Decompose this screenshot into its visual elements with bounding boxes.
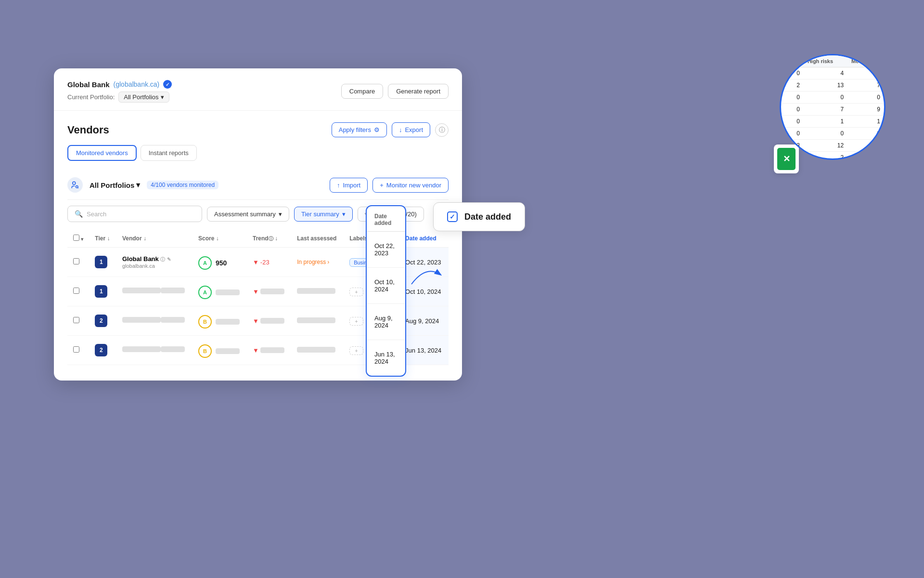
circle-table-cell: 7 [847,79,884,92]
row-tier: 1 [89,248,116,277]
generate-report-button[interactable]: Generate report [388,84,449,99]
circle-table-row: 2137 [781,79,884,92]
monitor-new-vendor-button[interactable]: + Monitor new vendor [372,178,449,193]
vendor-domain: globalbank.ca [122,263,187,269]
search-input[interactable] [87,210,195,218]
row-score: B [192,306,247,335]
row-date-added: Oct 10, 2024 [399,277,449,306]
circle-table-cell: 0 [781,116,804,128]
excel-file-icon: ✕ [774,144,799,173]
compare-button[interactable]: Compare [341,84,383,99]
row-checkbox-cell [67,277,89,306]
vendors-header: Vendors Apply filters ⚙ ↓ Export ⓘ [67,122,449,137]
callout-checkbox[interactable]: ✓ [447,211,458,222]
row-checkbox[interactable] [73,346,79,353]
select-all-checkbox[interactable] [73,235,79,241]
row-date-added: Jun 13, 2024 [399,336,449,365]
callout-text: Date added [464,212,511,222]
score-blurred [216,289,240,295]
row-checkbox-cell [67,306,89,336]
sort-trend-icon[interactable]: ↓ [275,235,278,242]
tier-summary-label: Tier summary [301,210,339,218]
info-trend-icon: ⓘ [269,236,273,241]
card-header: Global Bank (globalbank.ca) ✓ Current Po… [54,68,462,111]
apply-filters-button[interactable]: Apply filters ⚙ [332,122,387,137]
score-letter: B [198,344,212,358]
portfolio-bar: All Portfolios ▾ 4/100 vendors monitored… [67,171,449,200]
add-label-badge[interactable]: + [349,288,363,296]
last-assessed-blurred [297,317,335,323]
trend-blurred: ▼ [253,347,285,354]
trend-blurred: ▼ [253,317,285,325]
date-col-row: Aug 9, 2024 [367,304,405,340]
date-col-header: Date added [367,206,405,232]
sort-tier-icon[interactable]: ↓ [107,235,110,242]
circle-table-row: 079 [781,104,884,116]
trend-blurred: ▼ [253,288,285,295]
verified-badge: ✓ [163,80,172,89]
circle-table-cell: 0 [781,104,804,116]
circle-table-cell: 11 [847,67,884,79]
assessment-summary-dropdown[interactable]: Assessment summary ▾ [207,207,289,222]
sort-icon: ▾ [81,236,83,242]
circle-table-cell: 13 [804,79,847,92]
row-score: A [192,277,247,306]
circle-table-cell: 2 [781,79,804,92]
row-trend: ▼ [247,306,291,336]
tab-instant-reports[interactable]: Instant reports [141,145,197,161]
date-col-row: Oct 10, 2024 [367,268,405,304]
row-checkbox-cell [67,248,89,277]
row-last-assessed [291,277,344,306]
add-label-badge[interactable]: + [349,346,363,355]
tier-badge: 1 [95,256,107,268]
row-date-added: Oct 22, 2023 [399,248,449,277]
monitor-label: Monitor new vendor [386,182,441,189]
info-icon[interactable]: ⓘ [435,123,449,137]
svg-point-0 [73,182,76,184]
portfolio-right: ↑ Import + Monitor new vendor [330,178,449,193]
col-tier: Tier ↓ [89,230,116,248]
vendor-edit-icon[interactable]: ✎ [167,257,171,262]
add-label-badge[interactable]: + [349,317,363,326]
date-col-row: Jun 13, 2024 [367,340,405,376]
circle-table-cell: 0 [781,128,804,140]
portfolio-label: Current Portfolio: [67,93,115,101]
tier-badge: 1 [95,285,107,298]
portfolio-icon [67,177,83,193]
in-progress-label: In progress › [297,259,338,265]
search-icon: 🔍 [75,210,83,218]
arrow-right-icon: › [327,259,329,265]
circle-table-cell: 1 [847,116,884,128]
tier-badge: 2 [95,344,107,356]
row-tier: 1 [89,277,116,306]
export-button[interactable]: ↓ Export [392,122,430,137]
row-tier: 2 [89,336,116,365]
row-checkbox[interactable] [73,258,79,264]
row-vendor [116,306,192,336]
header-actions: Compare Generate report [341,84,449,99]
col-trend: Trendⓘ ↓ [247,230,291,248]
chevron-down-icon: ▾ [279,210,282,218]
circle-table-cell: 0 [781,67,804,79]
portfolio-name-select[interactable]: All Portfolios ▾ [90,181,140,189]
sort-score-icon[interactable]: ↓ [216,235,219,242]
row-checkbox[interactable] [73,317,79,323]
circle-table-row: 000 [781,128,884,140]
row-checkbox-cell [67,336,89,365]
sort-vendor-icon[interactable]: ↓ [143,235,146,242]
date-col-rows: Oct 22, 2023Oct 10, 2024Aug 9, 2024Jun 1… [367,232,405,376]
org-name-text: Global Bank [67,80,110,89]
row-last-assessed [291,336,344,365]
circle-table-cell: 0 [781,92,804,104]
row-trend: ▼ [247,277,291,306]
portfolio-select[interactable]: All Portfolios ▾ [118,92,169,103]
trend-down-icon: ▼ [253,317,259,325]
trend-down-icon: ▼ [253,288,259,295]
row-checkbox[interactable] [73,288,79,294]
import-button[interactable]: ↑ Import [330,178,368,193]
tier-summary-dropdown[interactable]: Tier summary ▾ [294,207,353,222]
circle-table-cell: 0 [804,128,847,140]
circle-table-cell: 0 [804,92,847,104]
circle-table-cell: 1 [804,116,847,128]
tab-monitored-vendors[interactable]: Monitored vendors [67,145,137,161]
